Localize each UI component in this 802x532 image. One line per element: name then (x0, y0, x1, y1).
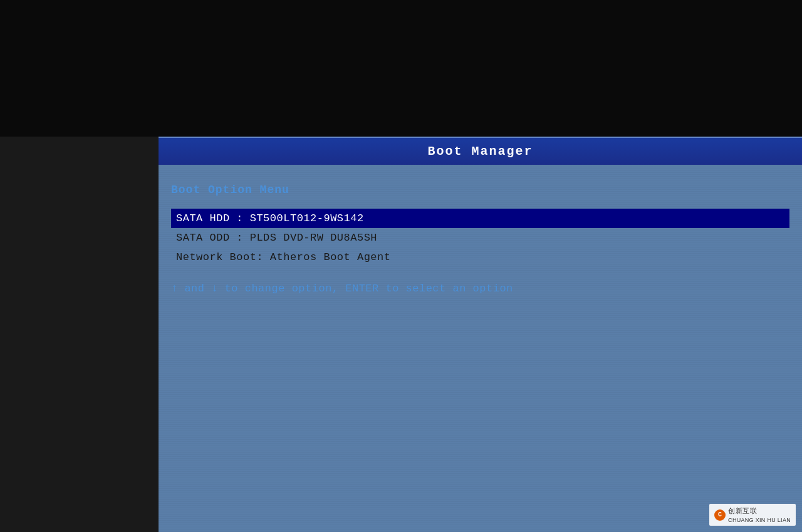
boot-option-sata-hdd[interactable]: SATA HDD : ST500LT012-9WS142 (171, 209, 789, 228)
boot-option-sata-odd[interactable]: SATA ODD : PLDS DVD-RW DU8A5SH (171, 228, 789, 248)
boot-options-list: SATA HDD : ST500LT012-9WS142 SATA ODD : … (171, 209, 789, 267)
boot-option-network-boot[interactable]: Network Boot: Atheros Boot Agent (171, 248, 789, 267)
title-bar-text: Boot Manager (427, 144, 533, 159)
watermark-label: 创新互联 CHUANG XIN HU LIAN (728, 506, 791, 523)
watermark-icon: C (714, 509, 726, 521)
boot-option-label: SATA ODD : PLDS DVD-RW DU8A5SH (176, 232, 377, 244)
bios-screen: Boot Manager Boot Option Menu SATA HDD :… (159, 137, 802, 532)
boot-option-label: Network Boot: Atheros Boot Agent (176, 251, 390, 263)
content-area: Boot Option Menu SATA HDD : ST500LT012-9… (159, 165, 802, 307)
watermark: C 创新互联 CHUANG XIN HU LIAN (709, 504, 796, 526)
top-dark-area (0, 0, 802, 137)
boot-option-label: SATA HDD : ST500LT012-9WS142 (176, 212, 364, 224)
section-title: Boot Option Menu (171, 184, 789, 196)
title-bar: Boot Manager (159, 137, 802, 165)
help-text: ↑ and ↓ to change option, ENTER to selec… (171, 283, 789, 295)
left-dark-edge (0, 137, 159, 532)
